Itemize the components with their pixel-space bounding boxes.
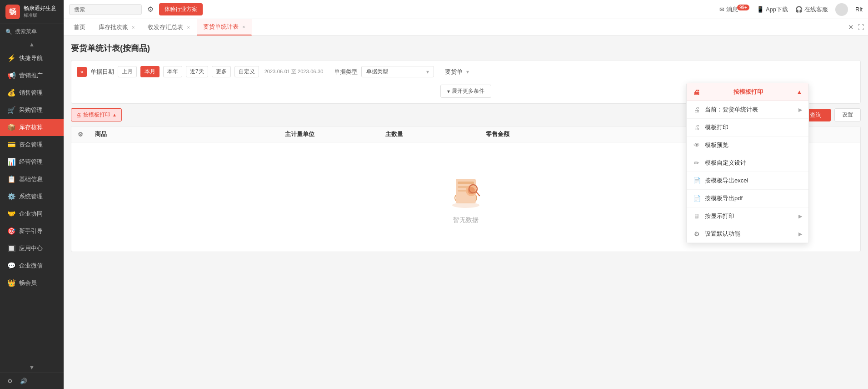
dropdown-current-arrow-icon: ▶ <box>798 107 802 113</box>
topbar-online-service-btn[interactable]: 🎧 在线客服 <box>795 5 828 14</box>
topbar-username: Rit <box>855 6 863 13</box>
page-title: 要货单统计表(按商品) <box>71 43 861 54</box>
sidebar-item-app-center[interactable]: 🔲 应用中心 <box>0 240 64 257</box>
template-print-btn[interactable]: 🖨 按模板打印 ▲ <box>71 108 122 121</box>
dropdown-item-template-preview[interactable]: 👁 模板预览 <box>687 136 808 154</box>
purchase-icon: 🛒 <box>7 106 15 114</box>
tabs-close-all-btn[interactable]: ✕ <box>848 23 854 31</box>
online-service-icon: 🎧 <box>795 6 803 13</box>
dropdown-header[interactable]: 🖨 按模板打印 ▲ <box>687 83 808 101</box>
tab-order-stats-close[interactable]: × <box>242 24 245 30</box>
sidebar-item-purchase[interactable]: 🛒 采购管理 <box>0 101 64 119</box>
dropdown-template-preview-icon: 👁 <box>693 141 700 149</box>
date-filter-label: 单据日期 <box>90 68 114 76</box>
operations-icon: 📊 <box>7 158 15 166</box>
sidebar-item-vip[interactable]: 👑 畅会员 <box>0 274 64 292</box>
date-btn-more[interactable]: 更多 <box>212 66 231 77</box>
tabs-right: ✕ ⛶ <box>848 23 864 31</box>
tab-home[interactable]: 首页 <box>67 19 92 35</box>
tab-batch-account[interactable]: 库存批次账 × <box>92 19 141 35</box>
date-btn-last-month[interactable]: 上月 <box>118 66 137 77</box>
dropdown-display-print-icon: 🖥 <box>693 212 700 220</box>
table-col-unit: 主计量单位 <box>279 130 380 138</box>
sidebar-item-marketing[interactable]: 📢 营销推广 <box>0 67 64 84</box>
sidebar-item-inventory[interactable]: 📦 库存核算 <box>0 119 64 136</box>
date-btn-custom[interactable]: 自定义 <box>234 66 259 77</box>
dropdown-display-left: 🖥 按显示打印 <box>693 212 734 220</box>
dropdown-item-default-func[interactable]: ⚙ 设置默认功能 ▶ <box>687 225 808 243</box>
topbar-gear-icon[interactable]: ⚙ <box>147 5 154 14</box>
topbar: ⚙ 体验行业方案 ✉ 消息 99+ 📱 App下载 🎧 在线客服 Rit <box>64 0 868 19</box>
newbie-icon: 🎯 <box>7 227 15 235</box>
tabs-maximize-btn[interactable]: ⛶ <box>858 23 864 31</box>
dropdown-current-template[interactable]: 🖨 当前：要货单统计表 ▶ <box>687 101 808 119</box>
sidebar-item-finance[interactable]: 💳 资金管理 <box>0 136 64 153</box>
settings-btn[interactable]: 设置 <box>834 108 861 121</box>
sidebar-item-operations[interactable]: 📊 经营管理 <box>0 153 64 171</box>
settings-col-icon[interactable]: ⚙ <box>78 131 83 138</box>
date-range-text: 2023-06-01 至 2023-06-30 <box>264 68 324 75</box>
sidebar-audio-icon[interactable]: 🔊 <box>20 378 27 384</box>
marketing-icon: 📢 <box>7 71 15 80</box>
finance-icon: 💳 <box>7 141 15 149</box>
tabs-bar: 首页 库存批次账 × 收发存汇总表 × 要货单统计表 × ✕ ⛶ <box>64 19 868 35</box>
topbar-search-input[interactable] <box>69 4 142 15</box>
order-status-filter-right: ▾ <box>466 69 469 75</box>
avatar[interactable] <box>835 3 848 16</box>
doc-type-select[interactable]: 单据类型 ▾ <box>361 66 434 77</box>
dropdown-item-export-pdf[interactable]: 📄 按模板导出pdf <box>687 190 808 207</box>
print-chevron-up-icon: ▲ <box>112 112 117 117</box>
sidebar-scroll-down[interactable]: ▼ <box>0 362 64 373</box>
filter-expand-btn[interactable]: » <box>77 67 87 77</box>
doc-type-chevron-icon: ▾ <box>426 69 429 75</box>
dropdown-default-arrow-icon: ▶ <box>798 231 802 237</box>
search-icon: 🔍 <box>5 29 12 35</box>
app-logo-icon: 畅 <box>5 5 20 19</box>
dropdown-sub-left: 🖨 当前：要货单统计表 <box>693 106 758 114</box>
expand-more-btn[interactable]: ▾ 展开更多条件 <box>440 85 491 98</box>
quick-nav-icon: ⚡ <box>7 54 15 62</box>
topbar-industry-btn[interactable]: 体验行业方案 <box>159 3 203 15</box>
table-col-product: 商品 <box>90 130 279 138</box>
date-btn-this-year[interactable]: 本年 <box>163 66 182 77</box>
sidebar-item-corp-collab[interactable]: 🤝 企业协同 <box>0 205 64 222</box>
tab-order-stats[interactable]: 要货单统计表 × <box>197 19 252 35</box>
sidebar-settings-icon[interactable]: ⚙ <box>7 378 13 384</box>
dropdown-display-arrow-icon: ▶ <box>798 213 802 219</box>
dropdown-header-arrow-icon[interactable]: ▲ <box>797 89 802 95</box>
sidebar-item-corp-wechat[interactable]: 💬 企业微信 <box>0 257 64 274</box>
expand-more-icon: ▾ <box>447 88 450 95</box>
dropdown-export-excel-icon: 📄 <box>693 177 700 184</box>
dropdown-item-export-excel[interactable]: 📄 按模板导出excel <box>687 172 808 190</box>
sidebar-item-quick-nav[interactable]: ⚡ 快捷导航 <box>0 50 64 67</box>
corp-collab-icon: 🤝 <box>7 210 15 218</box>
app-download-icon: 📱 <box>757 6 764 13</box>
sidebar-item-base-info[interactable]: 📋 基础信息 <box>0 171 64 188</box>
table-col-amount: 零售金额 <box>480 130 581 138</box>
app-center-icon: 🔲 <box>7 244 15 253</box>
topbar-app-download-btn[interactable]: 📱 App下载 <box>757 5 788 14</box>
dropdown-item-display-print[interactable]: 🖥 按显示打印 ▶ <box>687 207 808 225</box>
tab-batch-account-close[interactable]: × <box>132 25 135 30</box>
sidebar-item-sales[interactable]: 💰 销售管理 <box>0 84 64 101</box>
dropdown-template-design-icon: ✏ <box>693 159 700 167</box>
tab-receipt-summary[interactable]: 收发存汇总表 × <box>141 19 196 35</box>
corp-wechat-icon: 💬 <box>7 262 15 270</box>
sidebar-search[interactable]: 🔍 搜索菜单 <box>0 24 64 39</box>
sidebar-item-newbie[interactable]: 🎯 新手引导 <box>0 222 64 240</box>
dropdown-item-template-design[interactable]: ✏ 模板自定义设计 <box>687 154 808 172</box>
filter-row-date: » 单据日期 上月 本月 本年 近7天 更多 自定义 2023-06-01 至 … <box>77 66 855 77</box>
dropdown-default-left: ⚙ 设置默认功能 <box>693 230 740 238</box>
date-btn-this-month[interactable]: 本月 <box>140 66 160 77</box>
date-btn-7days[interactable]: 近7天 <box>186 66 208 77</box>
empty-illustration <box>443 170 489 211</box>
sidebar-scroll-up[interactable]: ▲ <box>0 39 64 50</box>
tab-receipt-summary-close[interactable]: × <box>187 25 190 30</box>
topbar-messages-btn[interactable]: ✉ 消息 99+ <box>719 5 749 14</box>
sidebar-item-sys-mgmt[interactable]: ⚙️ 系统管理 <box>0 188 64 205</box>
dropdown-template-print-icon: 🖨 <box>693 124 700 131</box>
dropdown-default-func-icon: ⚙ <box>693 230 700 237</box>
template-print-dropdown: 🖨 按模板打印 ▲ 🖨 当前：要货单统计表 ▶ 🖨 模板打印 👁 模板预览 <box>686 83 809 243</box>
topbar-right: ✉ 消息 99+ 📱 App下载 🎧 在线客服 Rit <box>719 3 863 16</box>
dropdown-item-template-print[interactable]: 🖨 模板打印 <box>687 119 808 136</box>
